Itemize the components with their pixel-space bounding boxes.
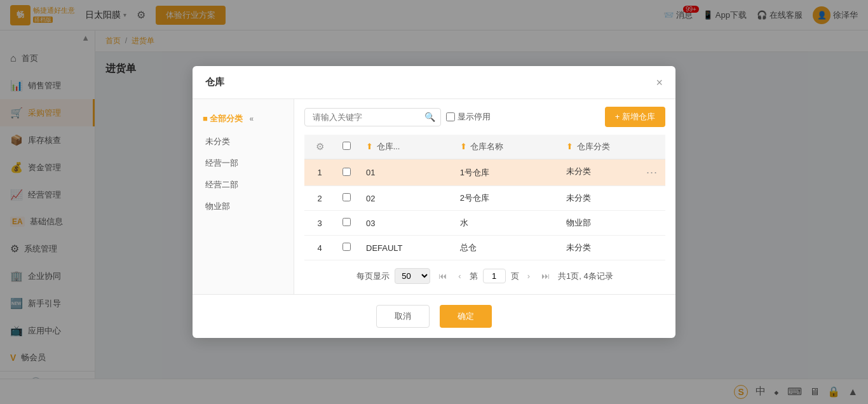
row-more-icon-1[interactable]: ··· [646, 166, 658, 179]
header-gear-icon[interactable]: ⚙ [316, 141, 324, 152]
all-categories-label: ■ 全部分类 [203, 113, 243, 125]
dialog-main-content: 🔍 显示停用 + 新增仓库 ⚙ [294, 99, 675, 294]
cell-check-2 [335, 186, 358, 211]
new-warehouse-btn[interactable]: + 新增仓库 [605, 107, 665, 127]
dialog-close-btn[interactable]: × [656, 77, 663, 88]
select-all-checkbox[interactable] [342, 142, 351, 150]
cell-check-3 [335, 211, 358, 236]
dialog-toolbar: 🔍 显示停用 + 新增仓库 [304, 107, 665, 127]
search-box: 🔍 [304, 108, 441, 126]
search-input[interactable] [310, 109, 424, 126]
dialog-title: 仓库 [205, 76, 224, 88]
dialog-footer: 取消 确定 [193, 294, 675, 338]
cell-category-4: 未分类 [559, 236, 665, 260]
sort-icon-name: ⬆ [460, 142, 467, 151]
dialog-header: 仓库 × [193, 66, 675, 99]
category-label-2: 经营二部 [205, 180, 238, 189]
category-collapse-btn[interactable]: « [247, 112, 256, 126]
per-page-label: 每页显示 [356, 271, 390, 282]
th-category-label: 仓库分类 [577, 142, 610, 151]
category-item-0[interactable]: 未分类 [193, 131, 294, 152]
header-row: ⚙ ⬆ 仓库... ⬆ [304, 135, 665, 159]
table-row[interactable]: 3 03 水 物业部 [304, 211, 665, 236]
warehouse-table: ⚙ ⬆ 仓库... ⬆ [304, 135, 665, 260]
modal-overlay: 仓库 × ■ 全部分类 « 未分类 经营一部 经营二部 [0, 0, 868, 404]
cancel-btn[interactable]: 取消 [376, 305, 430, 328]
th-category: ⬆ 仓库分类 [559, 135, 665, 159]
cell-category-3: 物业部 [559, 211, 665, 236]
th-name-label: 仓库名称 [470, 142, 503, 151]
show-disabled-checkbox[interactable] [446, 112, 455, 121]
page-input[interactable] [483, 269, 506, 283]
cell-seq-3: 3 [304, 211, 335, 236]
category-item-2[interactable]: 经营二部 [193, 174, 294, 196]
table-row[interactable]: 2 02 2号仓库 未分类 [304, 186, 665, 211]
search-icon[interactable]: 🔍 [424, 112, 435, 122]
show-disabled-label: 显示停用 [446, 111, 491, 123]
th-code: ⬆ 仓库... [358, 135, 452, 159]
category-label-1: 经营一部 [205, 158, 238, 168]
warehouse-dialog: 仓库 × ■ 全部分类 « 未分类 经营一部 经营二部 [193, 66, 675, 338]
pagination: 每页显示 50 20 100 ⏮ ‹ 第 页 › ⏭ 共1页, 4条记录 [304, 260, 665, 286]
total-records: 共1页, 4条记录 [558, 271, 613, 282]
category-item-3[interactable]: 物业部 [193, 196, 294, 217]
cell-seq-1: 1 [304, 159, 335, 186]
cell-check-4 [335, 236, 358, 260]
per-page-select[interactable]: 50 20 100 [395, 268, 430, 284]
row-checkbox-1[interactable] [342, 168, 351, 176]
th-gear: ⚙ [304, 135, 335, 159]
cell-code-2: 02 [358, 186, 452, 211]
show-disabled-text: 显示停用 [458, 111, 491, 123]
warehouse-table-wrap: ⚙ ⬆ 仓库... ⬆ [304, 135, 665, 260]
cell-seq-4: 4 [304, 236, 335, 260]
category-sidebar: ■ 全部分类 « 未分类 经营一部 经营二部 物业部 [193, 99, 294, 294]
cell-name-2: 2号仓库 [452, 186, 559, 211]
cell-code-4: DEFAULT [358, 236, 452, 260]
page-label: 第 [470, 271, 478, 282]
last-page-btn[interactable]: ⏭ [538, 270, 553, 282]
cell-name-3: 水 [452, 211, 559, 236]
table-header: ⚙ ⬆ 仓库... ⬆ [304, 135, 665, 159]
table-row[interactable]: 1 01 1号仓库 未分类 ··· [304, 159, 665, 186]
th-name: ⬆ 仓库名称 [452, 135, 559, 159]
first-page-btn[interactable]: ⏮ [435, 270, 450, 282]
dialog-body: ■ 全部分类 « 未分类 经营一部 经营二部 物业部 [193, 99, 675, 294]
row-checkbox-3[interactable] [342, 218, 351, 226]
confirm-btn[interactable]: 确定 [440, 305, 492, 328]
cell-name-1: 1号仓库 [452, 159, 559, 186]
cell-category-2: 未分类 [559, 186, 665, 211]
th-check [335, 135, 358, 159]
cell-code-3: 03 [358, 211, 452, 236]
category-label-3: 物业部 [205, 201, 230, 211]
category-item-1[interactable]: 经营一部 [193, 152, 294, 174]
cell-category-1: 未分类 ··· [559, 159, 665, 186]
all-categories-item[interactable]: ■ 全部分类 « [193, 107, 294, 131]
sort-icon-category: ⬆ [566, 142, 573, 151]
prev-page-btn[interactable]: ‹ [455, 270, 464, 282]
th-code-label: 仓库... [377, 142, 400, 151]
cell-seq-2: 2 [304, 186, 335, 211]
next-page-btn[interactable]: › [524, 270, 533, 282]
row-checkbox-4[interactable] [342, 243, 351, 251]
row-checkbox-2[interactable] [342, 193, 351, 201]
category-label-0: 未分类 [205, 137, 230, 146]
table-body: 1 01 1号仓库 未分类 ··· [304, 159, 665, 260]
sort-icon-code: ⬆ [366, 142, 373, 151]
cell-name-4: 总仓 [452, 236, 559, 260]
page-suffix: 页 [511, 271, 519, 282]
cell-check-1 [335, 159, 358, 186]
table-row[interactable]: 4 DEFAULT 总仓 未分类 [304, 236, 665, 260]
cell-code-1: 01 [358, 159, 452, 186]
